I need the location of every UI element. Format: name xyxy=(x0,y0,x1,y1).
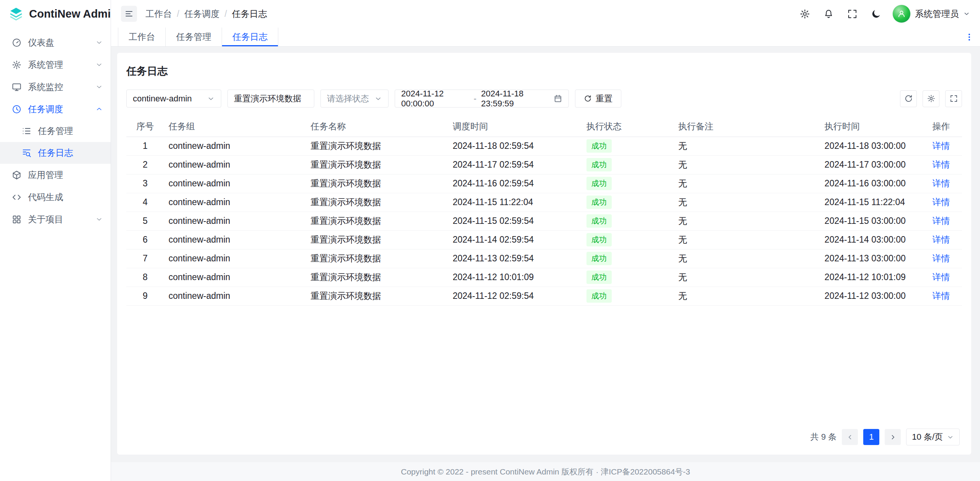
calendar-icon xyxy=(554,94,562,103)
sidebar-item-dashboard[interactable]: 仪表盘 xyxy=(0,31,111,54)
sidebar-item-label: 应用管理 xyxy=(28,169,103,181)
cell-remark: 无 xyxy=(674,287,820,305)
logo-text: ContiNew Admin xyxy=(29,8,118,20)
status-select-placeholder: 请选择状态 xyxy=(327,93,369,104)
date-range-start: 2024-11-12 00:00:00 xyxy=(401,89,469,109)
pagination-page-1[interactable]: 1 xyxy=(863,429,879,445)
status-badge: 成功 xyxy=(586,214,612,228)
fullscreen-icon-button[interactable] xyxy=(845,7,859,21)
sidebar-item-about-project[interactable]: 关于项目 xyxy=(0,208,111,230)
page-size-value: 10 条/页 xyxy=(912,431,943,443)
tab-label: 任务管理 xyxy=(176,31,211,43)
table-body: 1 continew-admin 重置演示环境数据 2024-11-18 02:… xyxy=(126,137,962,305)
table-toolbar xyxy=(900,90,962,107)
cell-name: 重置演示环境数据 xyxy=(306,137,448,155)
code-icon xyxy=(11,192,22,202)
breadcrumb-separator: / xyxy=(177,9,179,19)
table-row: 9 continew-admin 重置演示环境数据 2024-11-12 02:… xyxy=(126,287,962,305)
sidebar: ContiNew Admin 仪表盘 系统管理 系统监控 任务调度 任务管理 任… xyxy=(0,0,111,481)
cell-no: 6 xyxy=(126,230,164,249)
page-size-select[interactable]: 10 条/页 xyxy=(906,429,960,445)
sidebar-item-label: 系统监控 xyxy=(28,81,89,93)
detail-link[interactable]: 详情 xyxy=(932,253,950,263)
table-row: 5 continew-admin 重置演示环境数据 2024-11-15 02:… xyxy=(126,212,962,230)
sidebar-item-system-management[interactable]: 系统管理 xyxy=(0,54,111,76)
content-area: 任务日志 continew-admin 请选择状态 2024-11-12 00:… xyxy=(111,47,980,481)
cell-status: 成功 xyxy=(582,230,674,249)
breadcrumb: 工作台/任务调度/任务日志 xyxy=(145,8,267,20)
tab-task-log[interactable]: 任务日志 xyxy=(222,28,278,46)
task-log-card: 任务日志 continew-admin 请选择状态 2024-11-12 00:… xyxy=(117,53,971,455)
detail-link[interactable]: 详情 xyxy=(932,197,950,207)
sidebar-item-label: 任务日志 xyxy=(38,147,103,159)
notification-icon-button[interactable] xyxy=(821,7,836,21)
hamburger-icon xyxy=(124,9,134,18)
topbar: 工作台/任务调度/任务日志 系统管理员 xyxy=(111,0,980,28)
cell-remark: 无 xyxy=(674,155,820,174)
table-row: 7 continew-admin 重置演示环境数据 2024-11-13 02:… xyxy=(126,249,962,268)
tab-workbench[interactable]: 工作台 xyxy=(118,28,166,46)
cell-status: 成功 xyxy=(582,287,674,305)
table-fullscreen-button[interactable] xyxy=(945,90,962,107)
reset-button[interactable]: 重置 xyxy=(575,90,621,108)
cell-status: 成功 xyxy=(582,137,674,155)
settings-icon-button[interactable] xyxy=(797,7,812,21)
sidebar-item-task-log[interactable]: 任务日志 xyxy=(0,142,111,164)
user-name: 系统管理员 xyxy=(915,8,959,20)
chevron-down-icon xyxy=(207,95,215,103)
pagination-prev-button[interactable] xyxy=(842,429,858,445)
cell-name: 重置演示环境数据 xyxy=(306,287,448,305)
detail-link[interactable]: 详情 xyxy=(932,178,950,188)
user-menu[interactable]: 系统管理员 xyxy=(892,5,970,23)
chevron-left-icon xyxy=(846,434,854,441)
sidebar-item-task-schedule[interactable]: 任务调度 xyxy=(0,98,111,120)
dark-mode-icon-button[interactable] xyxy=(869,7,883,21)
breadcrumb-item[interactable]: 任务调度 xyxy=(184,8,219,20)
tabs-more-icon[interactable] xyxy=(965,33,974,42)
cell-status: 成功 xyxy=(582,268,674,287)
tab-task-management[interactable]: 任务管理 xyxy=(166,28,222,46)
clock-icon xyxy=(11,104,22,114)
status-badge: 成功 xyxy=(586,196,612,209)
pagination-next-button[interactable] xyxy=(885,429,901,445)
dashboard-icon xyxy=(11,38,22,48)
cell-group: continew-admin xyxy=(164,230,306,249)
chevron-down-icon xyxy=(95,215,103,223)
sidebar-menu: 仪表盘 系统管理 系统监控 任务调度 任务管理 任务日志 应用管理 代码生成 关… xyxy=(0,28,111,481)
main-area: 工作台/任务调度/任务日志 系统管理员 工 xyxy=(111,0,980,481)
tabbar: 工作台 任务管理 任务日志 xyxy=(111,28,980,47)
breadcrumb-item[interactable]: 工作台 xyxy=(145,8,172,20)
sidebar-item-code-generation[interactable]: 代码生成 xyxy=(0,186,111,208)
cell-name: 重置演示环境数据 xyxy=(306,193,448,212)
cell-no: 9 xyxy=(126,287,164,305)
cell-group: continew-admin xyxy=(164,212,306,230)
task-group-select[interactable]: continew-admin xyxy=(126,90,221,108)
cell-group: continew-admin xyxy=(164,137,306,155)
status-select[interactable]: 请选择状态 xyxy=(320,90,389,108)
detail-link[interactable]: 详情 xyxy=(932,272,950,282)
detail-link[interactable]: 详情 xyxy=(932,141,950,151)
detail-link[interactable]: 详情 xyxy=(932,160,950,170)
sidebar-item-app-management[interactable]: 应用管理 xyxy=(0,164,111,186)
detail-link[interactable]: 详情 xyxy=(932,291,950,301)
task-log-icon xyxy=(21,148,32,158)
task-name-input[interactable] xyxy=(227,90,314,108)
tab-label: 任务日志 xyxy=(232,31,268,43)
sidebar-item-task-management[interactable]: 任务管理 xyxy=(0,120,111,142)
column-header: 任务组 xyxy=(164,117,306,137)
page-title: 任务日志 xyxy=(126,64,962,78)
table-row: 6 continew-admin 重置演示环境数据 2024-11-14 02:… xyxy=(126,230,962,249)
cell-exec-time: 2024-11-15 03:00:00 xyxy=(820,212,920,230)
cell-schedule-time: 2024-11-15 11:22:04 xyxy=(448,193,581,212)
cell-schedule-time: 2024-11-17 02:59:54 xyxy=(448,155,581,174)
menu-collapse-button[interactable] xyxy=(121,6,137,22)
detail-link[interactable]: 详情 xyxy=(932,235,950,245)
detail-link[interactable]: 详情 xyxy=(932,216,950,226)
status-badge: 成功 xyxy=(586,289,612,303)
table-header-row: 序号任务组任务名称调度时间执行状态执行备注执行时间操作 xyxy=(126,117,962,137)
table-settings-button[interactable] xyxy=(923,90,939,107)
date-range-picker[interactable]: 2024-11-12 00:00:00 - 2024-11-18 23:59:5… xyxy=(395,90,569,108)
table-refresh-button[interactable] xyxy=(900,90,917,107)
table-row: 4 continew-admin 重置演示环境数据 2024-11-15 11:… xyxy=(126,193,962,212)
sidebar-item-system-monitoring[interactable]: 系统监控 xyxy=(0,76,111,98)
